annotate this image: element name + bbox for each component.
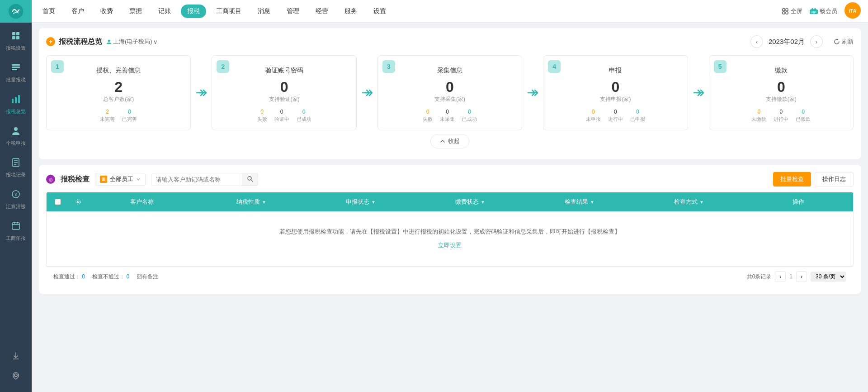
- step-3-stat-1-value[interactable]: 0: [440, 109, 455, 115]
- nav-customer[interactable]: 客户: [65, 5, 90, 18]
- step-4-stat-2-value[interactable]: 0: [630, 109, 645, 115]
- nav-tax[interactable]: 报税: [181, 5, 206, 18]
- filter-icon-result[interactable]: ▼: [590, 200, 594, 205]
- th-gear[interactable]: [69, 192, 87, 211]
- step-4-stat-0-value[interactable]: 0: [586, 109, 601, 115]
- step-3-stat-0-label: 失败: [423, 116, 433, 123]
- tax-settings-icon: [11, 31, 21, 43]
- step-3-stat-2-value[interactable]: 0: [462, 109, 477, 115]
- step-5-stats: 0 未缴款 0 进行中 0 已缴款: [751, 109, 811, 123]
- step-4-stats: 0 未申报 0 进行中 0 已申报: [586, 109, 645, 123]
- step-1-stat-1-value[interactable]: 0: [122, 109, 137, 115]
- th-checkbox[interactable]: [47, 192, 69, 211]
- vip-btn[interactable]: VIP 畅会员: [810, 7, 837, 15]
- nav-accounting[interactable]: 记账: [152, 5, 177, 18]
- logo[interactable]: [0, 0, 32, 23]
- table-body-empty: 若您想使用报税检查功能，请先在【报税设置】中进行报税的初始化设置，完成密码验证和…: [47, 211, 853, 266]
- employee-filter[interactable]: 人 全部员工: [95, 173, 146, 186]
- svg-rect-20: [18, 95, 20, 103]
- nav-fee[interactable]: 收费: [94, 5, 119, 18]
- batch-check-btn[interactable]: 批量检查: [773, 172, 811, 186]
- step-4-unit: 支持申报(家): [600, 96, 631, 103]
- nav-operation[interactable]: 经营: [309, 5, 335, 18]
- check-icon: ◎: [46, 175, 55, 184]
- step-1-stat-0-value[interactable]: 2: [100, 109, 115, 115]
- sidebar-download[interactable]: [0, 347, 32, 365]
- fullscreen-btn[interactable]: 全屏: [782, 7, 802, 15]
- month-display: 2023年02月: [769, 38, 805, 46]
- total-records: 共0条记录: [747, 273, 772, 281]
- step-2-stat-0-value[interactable]: 0: [257, 109, 267, 115]
- fail-label: 检查不通过：: [92, 273, 125, 280]
- sidebar-item-annual-report[interactable]: 工商年报: [0, 216, 32, 246]
- svg-rect-16: [12, 67, 20, 68]
- step-1-unit: 总客户数(家): [103, 96, 134, 103]
- dropdown-icon: ∨: [153, 38, 158, 45]
- nav-message[interactable]: 消息: [251, 5, 277, 18]
- svg-text:人: 人: [102, 178, 105, 182]
- search-input[interactable]: [151, 174, 242, 185]
- collapse-btn[interactable]: 收起: [430, 134, 469, 148]
- step-5-stat-1-value[interactable]: 0: [774, 109, 788, 115]
- step-5-stat-2-value[interactable]: 0: [796, 109, 811, 115]
- svg-rect-2: [786, 9, 788, 11]
- search-wrap: [151, 173, 258, 186]
- prev-page-btn[interactable]: ‹: [775, 271, 786, 282]
- collapse-label: 收起: [448, 137, 460, 145]
- step-3-stat-1-label: 未采集: [440, 116, 455, 123]
- step-4-stat-1-value[interactable]: 0: [608, 109, 623, 115]
- step-1-stats: 2 未完善 0 已完善: [100, 109, 137, 123]
- sidebar-item-settlement[interactable]: ¥ 汇算清缴: [0, 185, 32, 215]
- step-2-stat-2-label: 已成功: [297, 116, 311, 123]
- nav-invoice[interactable]: 票据: [123, 5, 148, 18]
- sidebar-item-tax-overview[interactable]: 报税总览: [0, 90, 32, 120]
- operation-log-btn[interactable]: 操作日志: [815, 172, 854, 186]
- settlement-icon: ¥: [11, 189, 21, 201]
- select-all-checkbox[interactable]: [55, 199, 61, 205]
- per-page-select[interactable]: 30 条/页: [811, 272, 846, 282]
- filter-icon-declare[interactable]: ▼: [371, 200, 376, 205]
- top-nav: 首页 客户 收费 票据 记账 报税 工商项目 消息 管理 经营 服务 设置 全屏: [0, 0, 868, 23]
- filter-icon-pay[interactable]: ▼: [481, 200, 485, 205]
- refresh-btn[interactable]: 刷新: [834, 38, 854, 46]
- nav-manage[interactable]: 管理: [280, 5, 306, 18]
- step-5-stat-0-value[interactable]: 0: [751, 109, 766, 115]
- avatar[interactable]: iTA: [844, 2, 861, 20]
- sidebar-item-tax-record[interactable]: 报税记录: [0, 153, 32, 183]
- collapse-row: 收起: [46, 130, 854, 152]
- search-button[interactable]: [242, 173, 258, 186]
- sidebar-item-tax-settings[interactable]: 报税设置: [0, 26, 32, 56]
- filter-icon-tax-nature[interactable]: ▼: [262, 200, 266, 205]
- pass-value[interactable]: 0: [82, 273, 85, 280]
- filter-icon-method[interactable]: ▼: [699, 200, 704, 205]
- sidebar-location[interactable]: [0, 367, 32, 385]
- nav-settings[interactable]: 设置: [367, 5, 392, 18]
- svg-rect-28: [12, 223, 19, 229]
- step-2-stat-2-value[interactable]: 0: [297, 109, 311, 115]
- refresh-icon: [834, 38, 840, 45]
- sidebar: 报税设置 批量报税 报税总览: [0, 23, 32, 392]
- sidebar-item-batch-tax[interactable]: 批量报税: [0, 58, 32, 88]
- step-2-stat-1-value[interactable]: 0: [274, 109, 289, 115]
- nav-home[interactable]: 首页: [36, 5, 61, 18]
- fail-value[interactable]: 0: [126, 273, 129, 280]
- nav-items: 首页 客户 收费 票据 记账 报税 工商项目 消息 管理 经营 服务 设置: [32, 5, 782, 18]
- sidebar-item-personal-tax[interactable]: 个税申报: [0, 121, 32, 151]
- setup-link[interactable]: 立即设置: [438, 241, 462, 249]
- step-3-unit: 支持采集(家): [434, 96, 465, 103]
- nav-business[interactable]: 工商项目: [210, 5, 248, 18]
- sidebar-label-tax-overview: 报税总览: [6, 108, 26, 115]
- prev-month-btn[interactable]: ‹: [750, 35, 763, 48]
- svg-marker-7: [814, 8, 816, 10]
- step-4-number: 4: [548, 60, 561, 73]
- next-month-btn[interactable]: ›: [810, 35, 823, 48]
- step-3-stats: 0 失败 0 未采集 0 已成功: [423, 109, 477, 123]
- th-customer-name: 客户名称: [87, 192, 197, 211]
- nav-service[interactable]: 服务: [338, 5, 363, 18]
- overview-plus-icon: +: [46, 37, 55, 46]
- step-3-stat-0-value[interactable]: 0: [423, 109, 433, 115]
- th-operation: 操作: [744, 192, 853, 211]
- step-collect: 3 采集信息 0 支持采集(家) 0 失败 0 未采集: [377, 55, 522, 130]
- next-page-btn[interactable]: ›: [796, 271, 807, 282]
- location-selector[interactable]: 上海(电子税局) ∨: [106, 38, 158, 46]
